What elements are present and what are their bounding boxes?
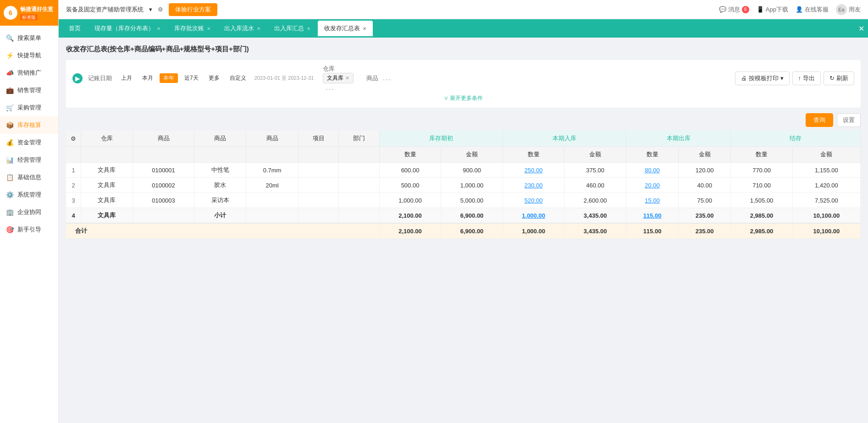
sidebar-item-corp[interactable]: 🏢企业协同 — [0, 203, 58, 221]
warehouse-label: 仓库 — [323, 65, 335, 72]
main-area: 装备及固定资产辅助管理系统 ▾ ⚙ 体验行业方案 💬 消息 6 📱 App下载 … — [59, 0, 868, 423]
user-item[interactable]: Ea 用友 — [836, 4, 861, 15]
message-badge: 6 — [742, 6, 749, 13]
user-label: 用友 — [849, 5, 861, 14]
expand-conditions-button[interactable]: ∨ 展开更多条件 — [444, 94, 483, 102]
row-in-qty-link[interactable]: 250.00 — [525, 167, 543, 174]
warehouse-more-button[interactable]: ... — [326, 83, 334, 91]
support-icon: 👤 — [796, 6, 803, 13]
tab-现存量库存分[interactable]: 现存量（库存分布表）✕ — [88, 21, 167, 36]
sidebar-item-finance[interactable]: 💰资金管理 — [0, 134, 58, 151]
system-dropdown[interactable]: ▾ — [149, 6, 152, 13]
message-item[interactable]: 💬 消息 6 — [719, 5, 749, 14]
col-close-qty-sub: 数量 — [731, 147, 793, 163]
tab-出入库流水[interactable]: 出入库流水✕ — [218, 21, 267, 36]
message-label: 消息 — [728, 5, 740, 14]
row-in-qty: 520.00 — [503, 193, 564, 208]
row-out-amt: 120.00 — [679, 163, 731, 178]
tab-库存批次账[interactable]: 库存批次账✕ — [168, 21, 217, 36]
export-button[interactable]: ↑ 导出 — [792, 71, 821, 85]
tab-close-icon[interactable]: ✕ — [307, 26, 310, 31]
total-open-amt: 6,900.00 — [441, 223, 503, 239]
tab-close-icon[interactable]: ✕ — [257, 26, 260, 31]
date-option-本年[interactable]: 本年 — [160, 73, 178, 83]
trial-button[interactable]: 体验行业方案 — [169, 3, 217, 16]
date-option-近7天[interactable]: 近7天 — [181, 73, 202, 83]
goods-section: 商品 ... — [366, 74, 392, 82]
date-option-上月[interactable]: 上月 — [117, 73, 136, 83]
warehouse-tags: 文具库 ✕ — [323, 73, 354, 83]
guide-icon: 🎯 — [6, 226, 14, 233]
row-out-amt: 75.00 — [679, 193, 731, 208]
row-in-qty-link[interactable]: 520.00 — [525, 197, 543, 204]
date-option-本月[interactable]: 本月 — [138, 73, 157, 83]
sidebar-item-guide[interactable]: 🎯新手引导 — [0, 221, 58, 238]
sidebar-item-purchase[interactable]: 🛒采购管理 — [0, 99, 58, 116]
tab-bar: 首页现存量（库存分布表）✕库存批次账✕出入库流水✕出入库汇总✕收发存汇总表✕✕ — [59, 19, 868, 38]
settings-button[interactable]: 设置 — [837, 113, 861, 127]
tab-close-icon[interactable]: ✕ — [157, 26, 160, 31]
date-option-更多[interactable]: 更多 — [205, 73, 223, 83]
sub-out-qty-link[interactable]: 115.00 — [643, 212, 662, 219]
sidebar-item-system[interactable]: ⚙️系统管理 — [0, 186, 58, 203]
settings-icon[interactable]: ⚙ — [158, 6, 163, 13]
col-project-sub — [299, 147, 339, 163]
query-button[interactable]: 查询 — [806, 113, 833, 127]
row-out-qty-link[interactable]: 80.00 — [645, 167, 660, 174]
tab-首页[interactable]: 首页 — [62, 21, 87, 36]
sidebar-item-sales[interactable]: 💼销售管理 — [0, 82, 58, 99]
tab-close-icon[interactable]: ✕ — [363, 26, 366, 31]
sidebar-logo: 6 畅捷通好生意 标准版 — [0, 0, 58, 26]
expand-row: ∨ 展开更多条件 — [72, 92, 854, 103]
row-project — [299, 193, 339, 208]
sub-close-amt: 10,100.00 — [792, 208, 860, 224]
goods-more-button[interactable]: ... — [383, 74, 392, 82]
export-icon: ↑ — [798, 75, 802, 82]
row-code: 0100003 — [133, 193, 194, 208]
app-download-item[interactable]: 📱 App下载 — [757, 5, 788, 14]
close-all-tabs-button[interactable]: ✕ — [858, 24, 864, 33]
refresh-label: 刷新 — [836, 74, 848, 82]
topbar-left: 装备及固定资产辅助管理系统 ▾ ⚙ 体验行业方案 — [66, 3, 217, 16]
row-close-qty: 710.00 — [731, 178, 793, 193]
date-option-自定义[interactable]: 自定义 — [226, 73, 250, 83]
filter-expand-button[interactable]: ▶ — [72, 73, 83, 83]
warehouse-tag-close[interactable]: ✕ — [345, 75, 349, 81]
sidebar-item-quick[interactable]: ⚡快捷导航 — [0, 47, 58, 64]
row-out-qty-link[interactable]: 15.00 — [645, 197, 660, 204]
col-open-qty-sub: 数量 — [379, 147, 441, 163]
print-button[interactable]: 🖨 按模板打印 ▾ — [735, 71, 790, 85]
col-code-th: 商品 — [133, 131, 194, 147]
sidebar-item-business[interactable]: 📊经营管理 — [0, 151, 58, 169]
total-in-amt: 3,435.00 — [564, 223, 626, 239]
sidebar-item-inventory[interactable]: 📦库存核算 — [0, 116, 58, 134]
sidebar-item-marketing[interactable]: 📣营销推广 — [0, 64, 58, 82]
row-open-amt: 900.00 — [441, 163, 503, 178]
finance-icon: 💰 — [6, 139, 14, 146]
sub-dept — [339, 208, 379, 224]
warehouse-tag-text: 文具库 — [327, 74, 343, 82]
col-dept-sub — [339, 147, 379, 163]
col-in-th: 本期入库 — [503, 131, 626, 147]
sub-in-qty-link[interactable]: 1,000.00 — [522, 212, 545, 219]
sidebar-item-basic[interactable]: 📋基础信息 — [0, 169, 58, 186]
row-out-qty-link[interactable]: 20.00 — [645, 182, 660, 189]
action-buttons: 🖨 按模板打印 ▾ ↑ 导出 ↻ 刷新 — [735, 71, 855, 85]
tab-收发存汇总表[interactable]: 收发存汇总表✕ — [318, 21, 373, 36]
sidebar-item-search[interactable]: 🔍搜索菜单 — [0, 29, 58, 47]
filter-bar: ▶ 记账日期 上月本月本年近7天更多自定义2023-01-01 至 2023-1… — [66, 60, 861, 108]
sidebar-item-label-purchase: 采购管理 — [17, 104, 41, 112]
tab-close-icon[interactable]: ✕ — [207, 26, 210, 31]
refresh-button[interactable]: ↻ 刷新 — [824, 71, 854, 85]
purchase-icon: 🛒 — [6, 104, 14, 111]
row-project — [299, 178, 339, 193]
col-settings-th[interactable]: ⚙ — [66, 131, 81, 147]
tab-出入库汇总[interactable]: 出入库汇总✕ — [268, 21, 317, 36]
row-code: 0100001 — [133, 163, 194, 178]
row-in-qty-link[interactable]: 230.00 — [525, 182, 543, 189]
logo-char: 6 — [9, 9, 12, 16]
col-close-amt-sub: 金额 — [792, 147, 860, 163]
topbar: 装备及固定资产辅助管理系统 ▾ ⚙ 体验行业方案 💬 消息 6 📱 App下载 … — [59, 0, 868, 19]
refresh-icon: ↻ — [829, 75, 835, 82]
online-support-item[interactable]: 👤 在线客服 — [796, 5, 829, 14]
